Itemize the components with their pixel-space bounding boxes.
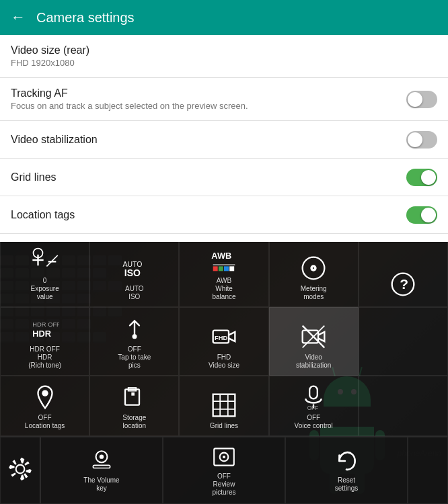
help-icon: ? — [389, 270, 417, 298]
page-title: Camera settings — [36, 10, 135, 26]
camera-background: phoneArena 0 Exposure value AUTO ISO AUT… — [0, 242, 448, 504]
white-balance-label: AWB White balance — [212, 277, 235, 301]
icon-cell-white-balance[interactable]: AWB AWB White balance — [179, 242, 268, 307]
setting-label-video-size: Video size (rear) — [11, 44, 437, 56]
bottom-cell-empty3 — [408, 437, 448, 504]
icon-cell-storage-location[interactable]: Storage location — [89, 376, 179, 436]
grid-lines-icon-label: Grid lines — [210, 422, 238, 430]
icon-cell-tap-to-take[interactable]: OFF Tap to take pics — [89, 307, 179, 376]
svg-rect-27 — [125, 389, 139, 405]
svg-rect-23 — [303, 331, 318, 343]
svg-rect-9 — [213, 266, 218, 271]
svg-rect-35 — [309, 386, 318, 399]
svg-rect-10 — [219, 266, 223, 271]
exposure-icon — [31, 246, 59, 274]
icon-cell-iso[interactable]: AUTO ISO AUTO ISO — [89, 242, 179, 307]
bottom-cell-volume-key[interactable]: The Volume key — [40, 437, 163, 504]
exposure-label: 0 Exposure value — [30, 277, 59, 301]
toggle-video-stabilization[interactable] — [406, 131, 437, 149]
icon-cell-location-tags-icon[interactable]: OFF Location tags — [0, 376, 89, 436]
icon-cell-exposure[interactable]: 0 Exposure value — [0, 242, 89, 307]
iso-icon: AUTO ISO — [120, 254, 149, 282]
review-pictures-icon-icon — [211, 444, 237, 470]
overlay-panel: 0 Exposure value AUTO ISO AUTO ISO AWB A… — [0, 242, 448, 504]
bottom-cell-review-pictures-icon[interactable]: OFF Review pictures — [163, 437, 285, 504]
reset-settings-icon — [334, 448, 359, 474]
empty1-icon — [389, 339, 417, 367]
white-balance-icon: AWB — [210, 246, 238, 274]
icon-cell-grid-lines-icon[interactable]: Grid lines — [179, 376, 268, 436]
icon-cell-empty2 — [359, 376, 448, 436]
svg-text:ISO: ISO — [124, 267, 141, 278]
icon-cell-voice-control[interactable]: OFF OFF Voice control — [269, 376, 359, 436]
settings-gear-icon — [7, 456, 33, 482]
setting-sublabel-tracking-af: Focus on and track a subject selected on… — [11, 101, 406, 111]
svg-point-38 — [16, 465, 25, 474]
icon-cell-video-size-icon[interactable]: FHD FHD Video size — [179, 307, 268, 376]
toggle-tracking-af[interactable] — [406, 91, 437, 108]
hdr-icon: HDR OFF HDR — [31, 314, 59, 343]
setting-item-tracking-af[interactable]: Tracking AFFocus on and track a subject … — [0, 78, 448, 121]
svg-point-15 — [313, 267, 314, 269]
toggle-location-tags[interactable] — [406, 206, 437, 224]
svg-text:OFF: OFF — [307, 405, 318, 411]
setting-label-location-tags: Location tags — [11, 209, 406, 221]
svg-text:HDR: HDR — [32, 329, 51, 339]
storage-location-label: Storage location — [122, 414, 146, 430]
video-size-icon-label: FHD Video size — [209, 353, 239, 370]
icon-cell-hdr[interactable]: HDR OFF HDR HDR OFF HDR (Rich tone) — [0, 307, 89, 376]
svg-point-40 — [100, 455, 104, 459]
bottom-row: The Volume key OFF Review pictures Reset… — [0, 436, 448, 504]
svg-text:AWB: AWB — [211, 251, 231, 261]
storage-location-icon — [120, 383, 149, 411]
svg-rect-29 — [131, 392, 135, 396]
bottom-cell-settings-gear[interactable] — [0, 437, 40, 504]
video-stab-icon-icon — [299, 323, 328, 351]
svg-point-26 — [42, 390, 48, 396]
tap-to-take-label: OFF Tap to take pics — [118, 345, 151, 370]
setting-item-video-size: Video size (rear)FHD 1920x1080 — [0, 35, 448, 78]
location-tags-icon-label: OFF Location tags — [25, 414, 65, 430]
setting-label-tracking-af: Tracking AF — [11, 87, 406, 99]
metering-modes-icon — [299, 254, 328, 282]
video-size-icon-icon: FHD — [210, 323, 238, 351]
icon-grid: 0 Exposure value AUTO ISO AUTO ISO AWB A… — [0, 242, 448, 436]
iso-label: AUTO ISO — [125, 285, 144, 301]
volume-key-icon — [89, 448, 114, 474]
icon-cell-metering-modes[interactable]: Metering modes — [269, 242, 359, 307]
back-button[interactable]: ← — [11, 9, 26, 26]
setting-label-grid-lines: Grid lines — [11, 171, 406, 183]
reset-settings-label: Reset settings — [335, 476, 358, 493]
grid-lines-icon-icon — [210, 391, 238, 419]
svg-rect-1 — [37, 255, 38, 265]
empty3-icon — [415, 456, 441, 482]
svg-point-44 — [223, 456, 225, 458]
setting-item-location-tags[interactable]: Location tags — [0, 196, 448, 234]
svg-rect-11 — [224, 266, 229, 271]
svg-rect-3 — [48, 261, 56, 262]
video-stab-icon-label: Video stabilization — [296, 353, 331, 370]
empty2-icon — [389, 399, 417, 427]
review-pictures-icon-label: OFF Review pictures — [212, 472, 235, 497]
setting-item-video-stabilization[interactable]: Video stabilization — [0, 121, 448, 159]
setting-sublabel-video-size: FHD 1920x1080 — [11, 58, 437, 68]
hdr-label: HDR OFF HDR (Rich tone) — [28, 345, 61, 370]
metering-modes-label: Metering modes — [301, 285, 327, 301]
icon-cell-video-stab-icon[interactable]: Video stabilization — [269, 307, 359, 376]
bottom-cell-reset-settings[interactable]: Reset settings — [285, 437, 408, 504]
volume-key-label: The Volume key — [83, 476, 119, 493]
tap-to-take-icon — [120, 314, 149, 343]
toggle-grid-lines[interactable] — [406, 169, 437, 186]
settings-list: Video size (rear)FHD 1920x1080Tracking A… — [0, 35, 448, 277]
setting-label-video-stabilization: Video stabilization — [11, 134, 406, 146]
setting-item-grid-lines[interactable]: Grid lines — [0, 159, 448, 196]
top-bar: ← Camera settings — [0, 0, 448, 35]
svg-text:FHD: FHD — [215, 335, 227, 341]
svg-point-20 — [132, 334, 137, 339]
svg-rect-30 — [213, 394, 235, 417]
icon-cell-help[interactable]: ? — [359, 242, 448, 307]
icon-cell-empty1 — [359, 307, 448, 376]
svg-text:HDR OFF: HDR OFF — [32, 321, 59, 328]
voice-control-label: OFF Voice control — [295, 414, 333, 430]
voice-control-icon: OFF — [299, 383, 328, 411]
